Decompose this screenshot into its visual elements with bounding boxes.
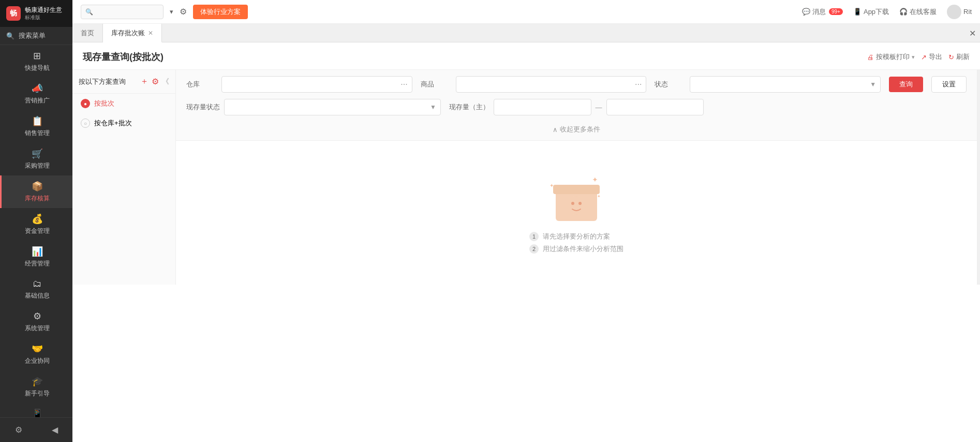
left-panel-title: 按以下方案查询	[79, 77, 126, 86]
sidebar-item-basic[interactable]: 🗂 基础信息	[0, 273, 72, 305]
filter-stock-status: 现存量状态 ▼	[186, 99, 441, 115]
topbar-dropdown-btn[interactable]: ▾	[170, 8, 173, 16]
refresh-icon: ↻	[948, 53, 954, 61]
resize-handle[interactable]	[977, 70, 980, 285]
export-label: 导出	[929, 52, 942, 62]
refresh-btn[interactable]: ↻ 刷新	[948, 52, 970, 62]
sidebar-item-purchase[interactable]: 🛒 采购管理	[0, 143, 72, 175]
scheme-active-indicator: ●	[81, 99, 90, 108]
sidebar-item-sales[interactable]: 📋 销售管理	[0, 110, 72, 143]
headset-icon: 🎧	[899, 8, 908, 16]
online-service-label: 在线客服	[910, 7, 937, 17]
sidebar-item-apps[interactable]: 📱 应用中心	[0, 403, 72, 417]
sidebar-item-label: 营销推广	[25, 96, 50, 105]
sidebar-item-system[interactable]: ⚙ 系统管理	[0, 305, 72, 338]
stock-status-label: 现存量状态	[186, 102, 220, 112]
stock-status-select[interactable]: ▼	[224, 99, 441, 115]
page-title: 现存量查询(按批次)	[83, 51, 164, 63]
svg-text:✦: ✦	[592, 175, 598, 184]
stock-qty-range: —	[494, 99, 704, 115]
export-icon: ↗	[921, 53, 927, 61]
collapse-conditions-btn[interactable]: ∧ 收起更多条件	[186, 122, 967, 134]
filter-row-1: 仓库 ··· 商品 ···	[186, 76, 967, 93]
sidebar-item-inventory[interactable]: 📦 库存核算	[0, 175, 72, 208]
user-name: Rit	[963, 8, 972, 16]
page-actions: 🖨 按模板打印 ▾ ↗ 导出 ↻ 刷新	[867, 52, 970, 62]
sidebar-item-label: 新手引导	[25, 389, 50, 398]
warehouse-input[interactable]: ···	[221, 76, 412, 93]
query-btn[interactable]: 查询	[889, 77, 923, 92]
filter-row-2: 现存量状态 ▼ 现存量（主） —	[186, 99, 967, 115]
sidebar-nav: ⊞ 快捷导航 📣 营销推广 📋 销售管理 🛒 采购管理 📦 库存核算 💰 资金管…	[0, 45, 72, 417]
stock-qty-max[interactable]	[606, 99, 704, 115]
page-header: 现存量查询(按批次) 🖨 按模板打印 ▾ ↗ 导出 ↻ 刷新	[72, 42, 980, 70]
topbar-search-box[interactable]: 🔍	[81, 5, 164, 19]
collapse-label: 收起更多条件	[560, 125, 600, 134]
settings-btn[interactable]: 设置	[931, 76, 967, 93]
sidebar-item-guide[interactable]: 🎓 新手引导	[0, 371, 72, 403]
scheme-by-batch-label: 按批次	[94, 99, 114, 108]
empty-hint-1-text: 请先选择要分析的方案	[543, 232, 610, 241]
product-input[interactable]: ···	[456, 76, 647, 93]
add-scheme-btn[interactable]: ＋	[140, 76, 149, 87]
filter-status: 状态 ▼	[655, 76, 881, 93]
manage-scheme-btn[interactable]: ⚙	[152, 77, 159, 86]
tab-batch-stock[interactable]: 库存批次账 ✕	[103, 24, 162, 42]
status-label: 状态	[655, 80, 686, 89]
sidebar-item-marketing[interactable]: 📣 营销推广	[0, 78, 72, 110]
collapse-sidebar-btn[interactable]: ◀	[48, 423, 62, 437]
sidebar-item-label: 快捷导航	[25, 64, 50, 72]
export-btn[interactable]: ↗ 导出	[921, 52, 942, 62]
warehouse-dots-btn[interactable]: ···	[400, 80, 407, 89]
basic-icon: 🗂	[33, 278, 42, 289]
sidebar-item-operations[interactable]: 📊 经营管理	[0, 241, 72, 273]
scheme-item-by-warehouse-batch[interactable]: ○ 按仓库+批次	[72, 113, 175, 133]
tab-home-label: 首页	[81, 28, 94, 38]
user-menu[interactable]: Rit	[947, 5, 972, 19]
search-icon: 🔍	[85, 8, 93, 16]
empty-hints: 1 请先选择要分析的方案 2 用过滤条件来缩小分析范围	[529, 232, 623, 254]
scheme-item-by-batch[interactable]: ● 按批次	[72, 94, 175, 113]
tab-close-btn[interactable]: ✕	[148, 30, 153, 37]
empty-hint-2-text: 用过滤条件来缩小分析范围	[543, 244, 623, 254]
tabs-bar: 首页 库存批次账 ✕ ✕	[72, 24, 980, 42]
sidebar-item-enterprise[interactable]: 🤝 企业协同	[0, 338, 72, 371]
settings-btn[interactable]: ⚙	[11, 423, 26, 437]
print-btn[interactable]: 🖨 按模板打印 ▾	[867, 52, 915, 62]
sidebar-item-label: 资金管理	[25, 227, 50, 235]
refresh-label: 刷新	[956, 52, 970, 62]
app-download-btn[interactable]: 📱 App下载	[853, 7, 889, 17]
status-dropdown-icon: ▼	[870, 81, 876, 88]
app-logo: 畅	[6, 6, 21, 21]
shortcuts-icon: ⊞	[33, 50, 41, 62]
product-dots-btn[interactable]: ···	[635, 80, 642, 89]
filter-area: 仓库 ··· 商品 ···	[176, 70, 977, 141]
close-all-tabs-btn[interactable]: ✕	[969, 28, 976, 38]
sidebar: 畅 畅康通好生意 标准版 🔍 搜索菜单 ⊞ 快捷导航 📣 营销推广 📋 销售管理…	[0, 0, 72, 442]
product-label: 商品	[421, 80, 452, 89]
left-panel-header: 按以下方案查询 ＋ ⚙ 《	[72, 70, 175, 94]
filter-warehouse: 仓库 ···	[186, 76, 412, 93]
sidebar-item-shortcuts[interactable]: ⊞ 快捷导航	[0, 45, 72, 78]
phone-icon: 📱	[853, 8, 862, 16]
empty-hint-1: 1 请先选择要分析的方案	[529, 232, 623, 241]
sidebar-item-label: 企业协同	[25, 357, 50, 365]
empty-state: ✦ ✦ ✦ 1 请先选择要分析的方案 2 用过滤条件来缩小分析范围	[176, 141, 977, 285]
stock-qty-min[interactable]	[494, 99, 591, 115]
topbar-gear-btn[interactable]: ⚙	[180, 7, 187, 17]
status-select[interactable]: ▼	[690, 76, 881, 93]
messages-label: 消息	[812, 7, 826, 17]
main-area: 🔍 ▾ ⚙ 体验行业方案 💬 消息 99+ 📱 App下载 🎧 在线客服	[72, 0, 980, 442]
collapse-left-panel-btn[interactable]: 《	[162, 77, 169, 86]
sidebar-footer: ⚙ ◀	[0, 417, 72, 442]
filter-product: 商品 ···	[421, 76, 647, 93]
sidebar-search[interactable]: 🔍 搜索菜单	[0, 27, 72, 45]
sidebar-item-finance[interactable]: 💰 资金管理	[0, 208, 72, 241]
marketing-icon: 📣	[32, 83, 43, 94]
tab-home[interactable]: 首页	[72, 24, 103, 42]
messages-btn[interactable]: 💬 消息 99+	[802, 7, 843, 17]
trial-btn[interactable]: 体验行业方案	[193, 5, 248, 19]
online-service-btn[interactable]: 🎧 在线客服	[899, 7, 937, 17]
message-icon: 💬	[802, 8, 810, 16]
scheme-inactive-indicator: ○	[81, 119, 90, 128]
